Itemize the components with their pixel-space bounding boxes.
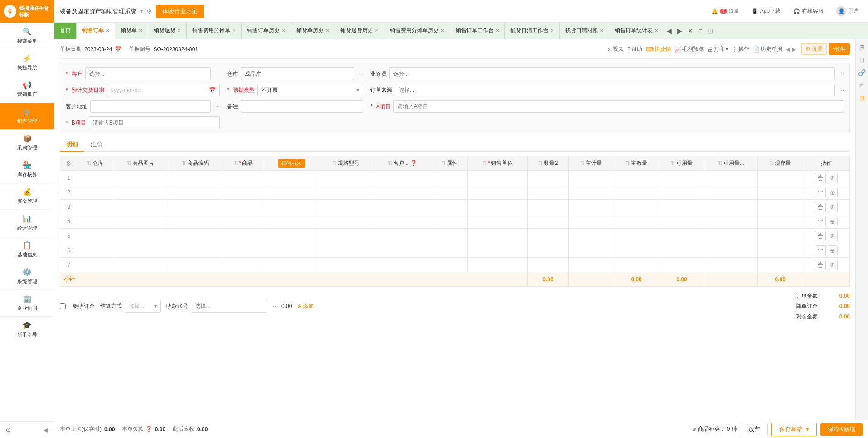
row-1-code[interactable] — [168, 171, 223, 185]
close-tab-order-history[interactable]: ✕ — [281, 28, 285, 33]
tab-order-workbench[interactable]: 销售订单工作台 ✕ — [450, 23, 505, 39]
sub-tab-detail[interactable]: 明细 — [60, 138, 84, 152]
right-sidebar-icon-2[interactable]: ⊡ — [858, 55, 867, 64]
close-tab-order-workbench[interactable]: ✕ — [495, 28, 499, 33]
sidebar-item-system[interactable]: ⚙️ 系统管理 — [0, 263, 54, 290]
tab-close-all[interactable]: ✕ — [685, 27, 696, 34]
calendar-icon[interactable]: 📅 — [115, 46, 121, 53]
operations-btn[interactable]: ⋮ 操作 — [732, 45, 749, 53]
customer-input[interactable] — [85, 67, 211, 80]
salesperson-input[interactable] — [389, 67, 835, 80]
order-source-input[interactable] — [395, 84, 835, 96]
b-project-input[interactable] — [89, 116, 220, 129]
row-2-delete-icon[interactable]: 🗑 — [815, 188, 826, 197]
view-btn[interactable]: ⊙ 视频 — [607, 45, 624, 53]
collapse-sidebar-btn[interactable]: ◀ — [43, 425, 49, 434]
tab-fee-split[interactable]: 销售费用分摊单 ✕ — [187, 23, 242, 39]
sidebar-item-sales[interactable]: 🛒 销售管理 — [0, 103, 54, 130]
close-tab-receivable-workbench[interactable]: ✕ — [550, 28, 554, 33]
col-settings[interactable]: ⚙ — [60, 156, 78, 171]
sidebar-item-enterprise[interactable]: 🏢 企业协同 — [0, 290, 54, 317]
row-5-copy-icon[interactable]: ⊕ — [828, 231, 838, 241]
app-download-btn[interactable]: 📱 App下载 — [748, 5, 784, 17]
tab-fee-history[interactable]: 销售费用分摊单历史 ✕ — [384, 23, 450, 39]
tab-nav-prev[interactable]: ◀ — [664, 27, 674, 34]
shortcut-btn[interactable]: ⌨ 快捷键 — [646, 45, 671, 53]
tab-expand[interactable]: ⊡ — [705, 27, 716, 34]
sidebar-item-quick-nav[interactable]: ⚡ 快捷导航 — [0, 49, 54, 76]
sidebar-item-inventory[interactable]: 🏪 库存核算 — [0, 156, 54, 183]
close-tab-fee-history[interactable]: ✕ — [441, 28, 444, 33]
row-1-main-qty[interactable] — [614, 171, 659, 185]
receipt-account-input[interactable] — [191, 300, 267, 313]
industry-plan-btn[interactable]: 体验行业方案 — [156, 5, 204, 18]
close-tab-sales-refund[interactable]: ✕ — [177, 28, 181, 33]
add-payment-btn[interactable]: ⊕ 添加 — [297, 303, 314, 310]
tab-return-history[interactable]: 销货单历史 ✕ — [291, 23, 335, 39]
sidebar-item-finance[interactable]: 💰 资金管理 — [0, 183, 54, 210]
next-record-btn[interactable]: ▶ — [792, 46, 796, 53]
prev-record-btn[interactable]: ◀ — [786, 46, 790, 53]
row-1-customer-code[interactable] — [373, 171, 432, 185]
one-click-payment-check[interactable] — [60, 303, 66, 309]
tab-reconcile[interactable]: 钱货日清对账 ✕ — [560, 23, 609, 39]
right-sidebar-icon-1[interactable]: ⊞ — [858, 43, 867, 52]
salesperson-more-btn[interactable]: ··· — [839, 71, 844, 77]
profit-btn[interactable]: 📈 毛利预览 — [674, 45, 704, 53]
row-1-attribute[interactable] — [432, 171, 467, 185]
row-1-qty2[interactable] — [528, 171, 569, 185]
tab-summary[interactable]: 销售订单统计表 ✕ — [609, 23, 664, 39]
sub-tab-summary[interactable]: 汇总 — [84, 138, 109, 152]
row-1-copy-icon[interactable]: ⊕ — [828, 173, 838, 183]
invoice-type-select[interactable]: 不开票 ▾ — [257, 84, 363, 96]
dropdown-arrow-icon[interactable]: ▾ — [140, 8, 143, 14]
draft-dropdown-arrow[interactable]: ▾ — [806, 426, 809, 433]
table-scroll-area[interactable]: ⚙ ⇅仓库 ⇅商品图片 ⇅商品编码 ⇅*商品 扫码录入 ⇅规格型号 ⇅客户...… — [60, 156, 850, 287]
row-6-copy-icon[interactable]: ⊕ — [828, 245, 838, 255]
sidebar-item-basic-info[interactable]: 📋 基础信息 — [0, 236, 54, 263]
close-tab-fee-split[interactable]: ✕ — [232, 28, 236, 33]
delivery-date-input[interactable]: yyyy-mm-dd 📅 — [107, 84, 220, 96]
customer-more-btn[interactable]: ··· — [215, 71, 220, 77]
tab-order-history[interactable]: 销售订单历史 ✕ — [242, 23, 291, 39]
row-4-delete-icon[interactable]: 🗑 — [815, 217, 826, 226]
sidebar-item-marketing[interactable]: 📢 营销推广 — [0, 76, 54, 103]
tab-sales-return[interactable]: 销货单 ✕ — [115, 23, 148, 39]
tab-receivable-workbench[interactable]: 钱货日清工作台 ✕ — [505, 23, 560, 39]
help-btn[interactable]: ? 帮助 — [627, 45, 642, 53]
warehouse-more-btn[interactable]: ··· — [359, 71, 363, 77]
settings-btn[interactable]: ⚙ — [146, 8, 152, 15]
row-7-delete-icon[interactable]: 🗑 — [815, 260, 826, 270]
tab-refund-history[interactable]: 销货退货历史 ✕ — [335, 23, 384, 39]
sidebar-item-newbie[interactable]: 🎓 新手引导 — [0, 317, 54, 343]
right-sidebar-icon-3[interactable]: 🔗 — [858, 68, 867, 77]
discard-btn[interactable]: 放弃 — [741, 423, 768, 436]
a-project-input[interactable] — [393, 100, 844, 113]
row-5-delete-icon[interactable]: 🗑 — [815, 231, 826, 241]
add-material-btn[interactable]: +物料 — [829, 43, 850, 55]
settings-bottom-icon[interactable]: ⚙ — [5, 425, 12, 434]
row-3-delete-icon[interactable]: 🗑 — [815, 202, 826, 212]
online-service-btn[interactable]: 🎧 在线客服 — [790, 5, 827, 17]
sidebar-item-purchase[interactable]: 📦 采购管理 — [0, 130, 54, 156]
address-more-btn[interactable]: ··· — [215, 103, 220, 110]
row-1-delete-icon[interactable]: 🗑 — [815, 173, 826, 183]
close-tab-return-history[interactable]: ✕ — [325, 28, 329, 33]
receipt-more-btn[interactable]: ··· — [272, 303, 276, 309]
row-1-product[interactable] — [223, 171, 264, 185]
save-new-btn[interactable]: 保存&新增 — [820, 423, 863, 436]
history-btn[interactable]: 📄 历史单据 — [753, 45, 782, 53]
close-tab-reconcile[interactable]: ✕ — [600, 28, 603, 33]
save-draft-btn[interactable]: 保存草稿 ▾ — [771, 423, 817, 436]
settlement-select[interactable]: 选择... ▾ — [125, 300, 161, 313]
settings-action-btn[interactable]: ⚙ 设置 — [801, 43, 827, 55]
row-2-copy-icon[interactable]: ⊕ — [828, 188, 838, 197]
close-tab-sales-return[interactable]: ✕ — [139, 28, 142, 33]
close-tab-sales-order[interactable]: ✕ — [106, 28, 109, 33]
close-tab-refund-history[interactable]: ✕ — [375, 28, 378, 33]
table-settings-icon[interactable]: ⚙ — [66, 160, 72, 167]
user-btn[interactable]: 👤 用户 — [833, 5, 863, 18]
address-input[interactable] — [90, 100, 211, 113]
close-tab-summary[interactable]: ✕ — [655, 28, 658, 33]
remarks-input[interactable] — [241, 100, 363, 113]
